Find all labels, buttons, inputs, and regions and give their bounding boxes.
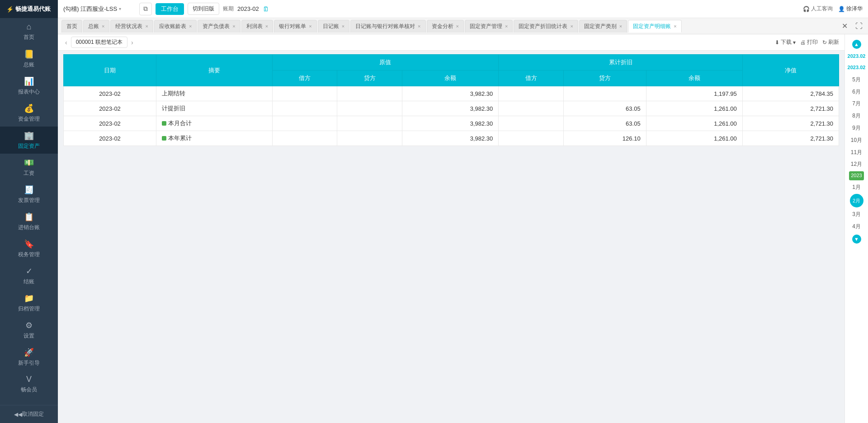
asset-tag[interactable]: 000001 联想笔记本 xyxy=(71,37,127,48)
download-button[interactable]: ⬇ 下载 ▾ xyxy=(775,38,796,46)
tab-close-icon[interactable]: × xyxy=(505,24,508,29)
reports-icon: 📊 xyxy=(24,76,34,86)
tab-fixed_dep[interactable]: 固定资产折旧统计表× xyxy=(514,20,578,33)
tab-bank_check[interactable]: 日记账与银行对账单核对× xyxy=(350,20,425,33)
table-row: 2023-02 计提折旧 3,982.30 63.05 1,261.00 2,7… xyxy=(64,101,839,116)
support-button[interactable]: 🎧 人工客询 xyxy=(803,5,833,13)
sidebar-item-member[interactable]: V 畅会员 xyxy=(0,371,58,398)
fullscreen-button[interactable]: ⛶ xyxy=(854,21,864,32)
period-month-active[interactable]: 2月 xyxy=(850,194,863,207)
tab-fixed_cat[interactable]: 固定资产类别× xyxy=(579,20,627,33)
tab-home[interactable]: 首页 xyxy=(61,20,82,33)
period-month-item[interactable]: 4月 xyxy=(847,221,867,233)
sidebar-item-close[interactable]: ✓ 结账 xyxy=(0,262,58,289)
topbar: (勾稽) 江西服业-LSS ▾ ⧉ 工作台 切到旧版 账期 2023-02 🗓 … xyxy=(58,0,868,18)
cell-date: 2023-02 xyxy=(64,131,156,146)
close-all-tabs-button[interactable]: ✕ xyxy=(839,21,850,32)
sidebar-item-ledger[interactable]: 📒 总账 xyxy=(0,45,58,72)
tab-label: 首页 xyxy=(66,23,77,30)
period-year-badge: 2023 xyxy=(849,171,863,180)
sidebar-item-label: 结账 xyxy=(24,278,34,286)
tab-close-icon[interactable]: × xyxy=(342,24,344,29)
tab-close-icon[interactable]: × xyxy=(418,24,420,29)
sidebar-item-sales[interactable]: 📋 进销台账 xyxy=(0,208,58,235)
user-profile-button[interactable]: 👤 徐泽华 xyxy=(838,5,863,13)
sidebar-item-label: 进销台账 xyxy=(18,224,40,231)
tab-close-icon[interactable]: × xyxy=(619,24,622,29)
sidebar-item-salary[interactable]: 💵 工资 xyxy=(0,154,58,181)
tab-journal[interactable]: 日记账× xyxy=(318,20,349,33)
tab-receivable[interactable]: 应收账龄表× xyxy=(154,20,197,33)
tab-profit[interactable]: 利润表× xyxy=(241,20,273,33)
main-area: (勾稽) 江西服业-LSS ▾ ⧉ 工作台 切到旧版 账期 2023-02 🗓 … xyxy=(58,0,868,423)
period-year-header: 2023.02 xyxy=(847,62,867,73)
workbench-button[interactable]: 工作台 xyxy=(156,3,184,15)
tab-fund[interactable]: 资金分析× xyxy=(427,20,464,33)
copy-icon: ⧉ xyxy=(143,5,148,13)
tab-close-icon[interactable]: × xyxy=(309,24,311,29)
col-dep-balance: 余额 xyxy=(646,70,742,86)
sidebar-item-archive[interactable]: 📁 归档管理 xyxy=(0,289,58,316)
sidebar-item-fund[interactable]: 💰 资金管理 xyxy=(0,99,58,127)
copy-button[interactable]: ⧉ xyxy=(139,3,152,15)
tab-fixed_mgmt[interactable]: 固定资产管理× xyxy=(465,20,513,33)
sidebar-item-tax[interactable]: 🔖 税务管理 xyxy=(0,235,58,262)
tab-label: 银行对账单 xyxy=(279,23,306,30)
cell-dep-balance: 1,197.95 xyxy=(646,86,742,101)
tab-close-icon[interactable]: × xyxy=(456,24,459,29)
print-button[interactable]: 🖨 打印 xyxy=(800,38,818,46)
sidebar-item-label: 固定资产 xyxy=(18,142,40,150)
tab-close-icon[interactable]: × xyxy=(232,24,235,29)
tab-balance[interactable]: 资产负债表× xyxy=(198,20,240,33)
period-month-item[interactable]: 3月 xyxy=(847,208,867,221)
period-month-item[interactable]: 10月 xyxy=(847,134,867,146)
tab-bank[interactable]: 银行对账单× xyxy=(274,20,316,33)
period-month-item[interactable]: 5月 xyxy=(847,74,867,86)
tab-status[interactable]: 经营状况表× xyxy=(110,20,153,33)
period-month-item[interactable]: 8月 xyxy=(847,110,867,122)
sidebar-item-home[interactable]: ⌂ 首页 xyxy=(0,18,58,45)
home-icon: ⌂ xyxy=(27,22,32,32)
scroll-up-button[interactable]: ▲ xyxy=(852,40,861,49)
period-month-item[interactable]: 9月 xyxy=(847,122,867,134)
cell-orig-debit xyxy=(272,131,337,146)
sidebar-item-invoice[interactable]: 🧾 发票管理 xyxy=(0,181,58,208)
tab-close-icon[interactable]: × xyxy=(674,24,676,29)
tab-close-icon[interactable]: × xyxy=(570,24,573,29)
table-container: 日期 摘要 原值 累计折旧 净值 借方 贷方 余额 借方 贷方 余额 xyxy=(58,51,844,423)
switch-version-button[interactable]: 切到旧版 xyxy=(188,3,219,15)
sidebar-item-fixed[interactable]: 🏢 固定资产 xyxy=(0,127,58,154)
nav-prev-arrow[interactable]: ‹ xyxy=(63,38,69,47)
tab-fixed_detail[interactable]: 固定资产明细账× xyxy=(628,20,681,33)
period-month-item[interactable]: 6月 xyxy=(847,86,867,98)
cell-dep-debit xyxy=(499,101,564,116)
cell-orig-credit xyxy=(337,101,402,116)
period-month-item[interactable]: 7月 xyxy=(847,98,867,110)
tab-close-icon[interactable]: × xyxy=(265,24,268,29)
tab-label: 利润表 xyxy=(246,23,263,30)
tab-ledger[interactable]: 总账× xyxy=(83,20,109,33)
calendar-icon[interactable]: 🗓 xyxy=(263,5,269,13)
nav-next-arrow[interactable]: › xyxy=(129,38,135,47)
tab-close-icon[interactable]: × xyxy=(189,24,192,29)
period-month-item[interactable]: 11月 xyxy=(847,146,867,159)
cell-dep-debit xyxy=(499,86,564,101)
col-desc: 摘要 xyxy=(156,55,273,86)
period-month-item[interactable]: 12月 xyxy=(847,158,867,170)
unpin-button[interactable]: ◀◀ 取消固定 xyxy=(0,405,58,423)
tab-close-icon[interactable]: × xyxy=(145,24,148,29)
tab-close-icon[interactable]: × xyxy=(102,24,104,29)
sidebar-item-guide[interactable]: 🚀 新手引导 xyxy=(0,343,58,371)
col-orig-balance: 余额 xyxy=(402,70,499,86)
guide-icon: 🚀 xyxy=(24,348,34,357)
sidebar-item-reports[interactable]: 📊 报表中心 xyxy=(0,72,58,99)
scroll-down-button[interactable]: ▼ xyxy=(852,235,861,244)
invoice-icon: 🧾 xyxy=(24,185,34,195)
sidebar-item-settings[interactable]: ⚙ 设置 xyxy=(0,316,58,343)
refresh-button[interactable]: ↻ 刷新 xyxy=(822,38,839,46)
tab-label: 固定资产明细账 xyxy=(633,23,671,30)
period-month-item[interactable]: 1月 xyxy=(847,181,867,193)
tab-label: 应收账龄表 xyxy=(159,23,186,30)
sub-nav-actions: ⬇ 下载 ▾ 🖨 打印 ↻ 刷新 xyxy=(775,38,839,46)
company-selector[interactable]: (勾稽) 江西服业-LSS ▾ xyxy=(63,5,136,13)
